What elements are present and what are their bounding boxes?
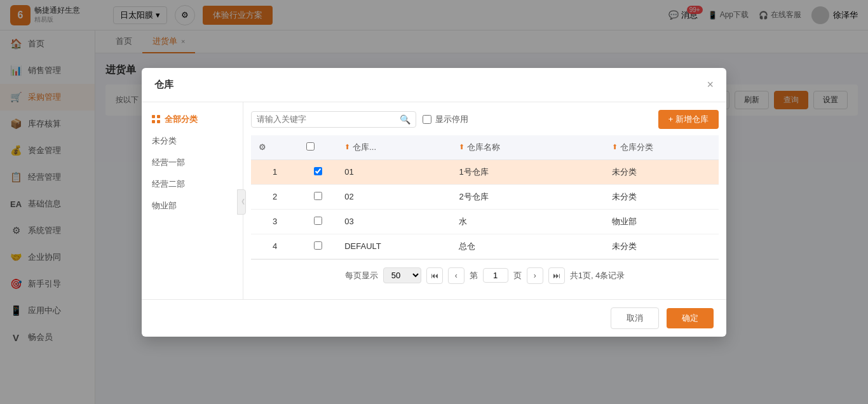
category-sidebar: 全部分类 未分类 经营一部 经营二部 物业部 xyxy=(142,102,243,299)
cell-code: 02 xyxy=(337,184,451,209)
show-disabled-area: 显示停用 xyxy=(423,114,468,125)
table-row[interactable]: 2 02 2号仓库 未分类 xyxy=(251,184,719,209)
cell-name: 水 xyxy=(451,209,604,234)
th-settings: ⚙ xyxy=(251,135,299,160)
table-row[interactable]: 1 01 1号仓库 未分类 xyxy=(251,159,719,184)
cell-index: 3 xyxy=(251,209,299,234)
cell-category: 未分类 xyxy=(604,234,719,259)
th-checkbox xyxy=(299,135,337,160)
page-input[interactable] xyxy=(483,268,508,283)
cell-checkbox[interactable] xyxy=(299,184,337,209)
cell-name: 总仓 xyxy=(451,234,604,259)
table-row[interactable]: 4 DEFAULT 总仓 未分类 xyxy=(251,234,719,259)
modal-overlay: 仓库 × 全部分类 未分类 经 xyxy=(0,0,868,404)
cell-category: 物业部 xyxy=(604,209,719,234)
add-warehouse-button[interactable]: + 新增仓库 xyxy=(658,110,719,129)
cell-checkbox[interactable] xyxy=(299,209,337,234)
modal-header: 仓库 × xyxy=(142,68,726,102)
page-suffix: 页 xyxy=(513,270,522,281)
per-page-label: 每页显示 xyxy=(345,270,378,281)
search-box: 🔍 xyxy=(251,111,416,128)
all-categories-label: 全部分类 xyxy=(165,114,198,125)
sort-icon-name: ⬆ xyxy=(459,143,465,151)
category-item-property[interactable]: 物业部 xyxy=(142,195,243,217)
th-category: ⬆ 仓库分类 xyxy=(604,135,719,160)
settings-col-icon: ⚙ xyxy=(259,142,266,152)
cell-code: DEFAULT xyxy=(337,234,451,259)
cell-checkbox[interactable] xyxy=(299,234,337,259)
pagination: 每页显示 50 10 20 100 ⏮ ‹ 第 页 › ⏭ 共1页, 4条记录 xyxy=(251,259,719,292)
cell-code: 03 xyxy=(337,209,451,234)
table-row[interactable]: 3 03 水 物业部 xyxy=(251,209,719,234)
cell-name: 1号仓库 xyxy=(451,159,604,184)
cell-index: 1 xyxy=(251,159,299,184)
th-name: ⬆ 仓库名称 xyxy=(451,135,604,160)
cell-name: 2号仓库 xyxy=(451,184,604,209)
confirm-button[interactable]: 确定 xyxy=(667,308,714,328)
total-info: 共1页, 4条记录 xyxy=(570,270,625,281)
grid-icon xyxy=(152,115,161,124)
sort-icon-cat: ⬆ xyxy=(612,143,618,151)
table-toolbar: 🔍 显示停用 + 新增仓库 xyxy=(251,110,719,129)
search-icon: 🔍 xyxy=(400,114,410,125)
page-last-button[interactable]: ⏭ xyxy=(548,267,565,284)
cancel-button[interactable]: 取消 xyxy=(611,307,659,329)
cell-code: 01 xyxy=(337,159,451,184)
all-categories-item[interactable]: 全部分类 xyxy=(142,109,243,130)
page-prev-button[interactable]: ‹ xyxy=(448,267,465,284)
th-code: ⬆ 仓库... xyxy=(337,135,451,160)
modal-body: 全部分类 未分类 经营一部 经营二部 物业部 《 xyxy=(142,102,726,299)
page-next-button[interactable]: › xyxy=(527,267,543,284)
cell-category: 未分类 xyxy=(604,184,719,209)
cell-category: 未分类 xyxy=(604,159,719,184)
modal-close-button[interactable]: × xyxy=(707,78,714,91)
select-all-checkbox[interactable] xyxy=(306,142,315,151)
table-area: 🔍 显示停用 + 新增仓库 ⚙ xyxy=(243,102,726,299)
category-item-ops2[interactable]: 经营二部 xyxy=(142,173,243,195)
warehouse-modal: 仓库 × 全部分类 未分类 经 xyxy=(142,68,726,337)
show-disabled-label: 显示停用 xyxy=(435,114,468,125)
cell-checkbox[interactable] xyxy=(299,159,337,184)
category-collapse-button[interactable]: 《 xyxy=(237,189,246,215)
per-page-select[interactable]: 50 10 20 100 xyxy=(383,267,421,283)
sort-icon-code: ⬆ xyxy=(344,143,350,151)
category-item-uncategorized[interactable]: 未分类 xyxy=(142,130,243,152)
page-label: 第 xyxy=(470,270,478,281)
modal-title: 仓库 xyxy=(154,79,173,91)
cell-index: 2 xyxy=(251,184,299,209)
modal-footer: 取消 确定 xyxy=(142,299,726,337)
cell-index: 4 xyxy=(251,234,299,259)
search-input[interactable] xyxy=(257,114,400,124)
page-first-button[interactable]: ⏮ xyxy=(426,267,443,284)
category-item-ops1[interactable]: 经营一部 xyxy=(142,152,243,173)
show-disabled-checkbox[interactable] xyxy=(423,115,431,124)
warehouse-table: ⚙ ⬆ 仓库... xyxy=(251,135,719,259)
